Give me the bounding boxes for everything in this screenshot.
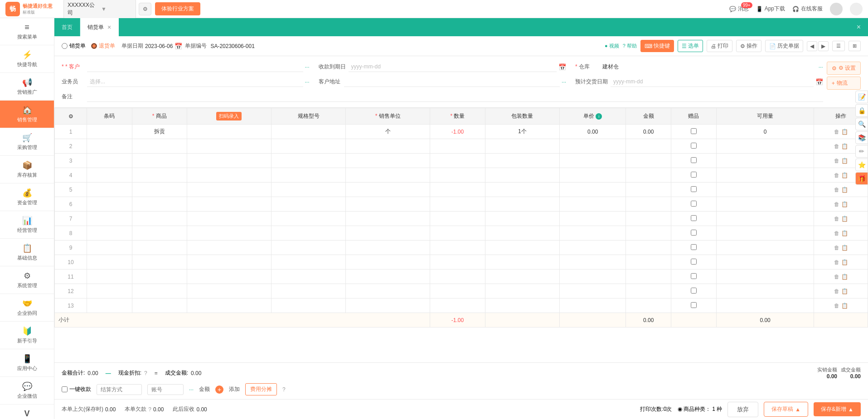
copy-icon[interactable]: 📋 (841, 172, 848, 178)
delete-icon[interactable]: 🗑 (834, 172, 839, 178)
setting-button[interactable]: ⚙ ⚙ 设置 (827, 62, 861, 75)
th-scan[interactable]: 扫码录入 (187, 108, 272, 125)
payment-cal-icon[interactable]: 📅 (558, 63, 566, 71)
video-link[interactable]: ● 视频 (605, 43, 619, 49)
sidebar-item-member[interactable]: V 畅会员 (0, 405, 54, 419)
shortcut-button[interactable]: ⌨快捷键 (640, 40, 674, 52)
account-more-icon[interactable]: ··· (189, 386, 194, 393)
history-button[interactable]: 📄历史单据 (765, 40, 803, 52)
one-click-collect-checkbox[interactable]: 一键收款 (62, 385, 91, 393)
salesperson-more-icon[interactable]: ··· (305, 79, 310, 85)
tab-home[interactable]: 首页 (54, 18, 80, 36)
debt-info-icon[interactable]: ? (148, 406, 151, 413)
copy-icon[interactable]: 📋 (841, 230, 848, 236)
scan-button[interactable]: 扫码录入 (216, 112, 242, 120)
quick-icon-4[interactable]: 📚 (855, 131, 868, 144)
copy-icon[interactable]: 📋 (841, 288, 848, 294)
company-selector[interactable]: XXXXXX公司 ▼ (63, 0, 136, 19)
customer-input[interactable] (87, 62, 303, 72)
logistics-button[interactable]: + 物流 (827, 77, 861, 90)
tab-sales-order[interactable]: 销货单 × (80, 18, 119, 36)
settings-icon[interactable]: ⚙ (139, 3, 151, 15)
online-service-button[interactable]: 🎧 在线客服 (792, 5, 823, 13)
help-link[interactable]: ? 帮助 (623, 43, 637, 49)
sidebar-item-wechat[interactable]: 💬 企业微信 (0, 377, 54, 405)
expense-split-button[interactable]: 费用分摊 (245, 383, 277, 395)
th-settings[interactable]: ⚙ (55, 108, 87, 125)
sidebar-item-basic-info[interactable]: 📋 基础信息 (0, 239, 54, 266)
print-button[interactable]: 🖨打印 (707, 40, 732, 52)
sidebar-item-ops[interactable]: 📊 经营管理 (0, 211, 54, 239)
grid-view-button[interactable]: ⊞ (849, 41, 861, 51)
delete-icon[interactable]: 🗑 (834, 201, 839, 207)
sidebar-item-system[interactable]: ⚙ 系统管理 (0, 266, 54, 294)
delete-icon[interactable]: 🗑 (834, 230, 839, 236)
quick-icon-5[interactable]: ✏ (855, 145, 868, 158)
close-all-tabs-button[interactable]: × (849, 18, 868, 36)
sidebar-item-guide[interactable]: 🔰 新手引导 (0, 322, 54, 349)
payment-due-input[interactable] (349, 62, 557, 72)
trial-button[interactable]: 体验行业方案 (155, 2, 200, 15)
notes-input[interactable] (87, 92, 823, 102)
delete-icon[interactable]: 🗑 (834, 129, 839, 135)
sidebar-item-sales[interactable]: 🏠 销售管理 (0, 101, 54, 128)
delete-icon[interactable]: 🗑 (834, 274, 839, 280)
account-input[interactable] (147, 384, 184, 395)
sidebar-item-purchase[interactable]: 🛒 采购管理 (0, 128, 54, 156)
copy-icon[interactable]: 📋 (841, 245, 848, 251)
customer-more-icon[interactable]: ··· (305, 64, 310, 70)
sidebar-item-inventory[interactable]: 📦 库存核算 (0, 156, 54, 183)
copy-icon[interactable]: 📋 (841, 129, 848, 135)
prev-arrow[interactable]: ◀ (807, 41, 817, 51)
message-button[interactable]: 💬 消息 99+ (729, 5, 749, 13)
calendar-icon[interactable]: 📅 (175, 43, 182, 50)
sidebar-item-quick-nav[interactable]: ⚡ 快捷导航 (0, 45, 54, 73)
customer-addr-input[interactable] (344, 77, 560, 87)
copy-icon[interactable]: 📋 (841, 158, 848, 164)
copy-icon[interactable]: 📋 (841, 259, 848, 265)
radio-sale-order[interactable]: 销货单 (62, 42, 86, 50)
sidebar-item-finance[interactable]: 💰 资金管理 (0, 183, 54, 211)
delete-icon[interactable]: 🗑 (834, 245, 839, 251)
delete-icon[interactable]: 🗑 (834, 158, 839, 164)
delete-icon[interactable]: 🗑 (834, 288, 839, 294)
sidebar-item-collab[interactable]: 🤝 企业协同 (0, 294, 54, 322)
delivery-cal-icon[interactable]: 📅 (815, 78, 823, 86)
copy-icon[interactable]: 📋 (841, 274, 848, 280)
copy-icon[interactable]: 📋 (841, 303, 848, 309)
add-payment-button[interactable]: + (215, 385, 223, 394)
discard-button[interactable]: 放弃 (727, 402, 758, 417)
quick-icon-2[interactable]: 🔒 (855, 104, 868, 117)
delete-icon[interactable]: 🗑 (834, 303, 839, 309)
quick-icon-7[interactable]: 🎁 (855, 172, 868, 185)
expected-delivery-input[interactable] (611, 77, 814, 87)
copy-icon[interactable]: 📋 (841, 143, 848, 149)
save-draft-button[interactable]: 保存草稿 ▲ (764, 402, 808, 417)
quick-icon-6[interactable]: ⭐ (855, 159, 868, 171)
expense-help-icon[interactable]: ? (282, 386, 286, 393)
salesperson-input[interactable] (87, 77, 303, 87)
tab-close-icon[interactable]: × (107, 24, 111, 31)
delete-icon[interactable]: 🗑 (834, 216, 839, 222)
save-new-button[interactable]: 保存&新增 ▲ (814, 402, 861, 416)
list-view-button[interactable]: ☰ (832, 41, 845, 51)
select-order-button[interactable]: ☰选单 (678, 40, 703, 52)
copy-icon[interactable]: 📋 (841, 201, 848, 207)
sidebar-item-marketing[interactable]: 📢 营销推广 (0, 73, 54, 101)
app-download-button[interactable]: 📱 App下载 (756, 5, 785, 13)
addr-more-icon[interactable]: ··· (562, 79, 566, 85)
next-arrow[interactable]: ▶ (818, 41, 829, 51)
avatar[interactable] (830, 3, 843, 15)
delete-icon[interactable]: 🗑 (834, 259, 839, 265)
sidebar-item-apps[interactable]: 📱 应用中心 (0, 349, 54, 377)
copy-icon[interactable]: 📋 (841, 187, 848, 193)
delete-icon[interactable]: 🗑 (834, 143, 839, 149)
delete-icon[interactable]: 🗑 (834, 187, 839, 193)
discount-info-icon[interactable]: ? (144, 370, 147, 376)
copy-icon[interactable]: 📋 (841, 216, 848, 222)
radio-return-order[interactable]: 退货单 (91, 42, 115, 50)
operate-button[interactable]: ⚙操作 (736, 40, 761, 52)
quick-icon-3[interactable]: 🔍 (855, 118, 868, 130)
warehouse-more-icon[interactable]: ··· (819, 64, 823, 70)
sidebar-item-search[interactable]: ≡ 搜索菜单 (0, 18, 54, 45)
